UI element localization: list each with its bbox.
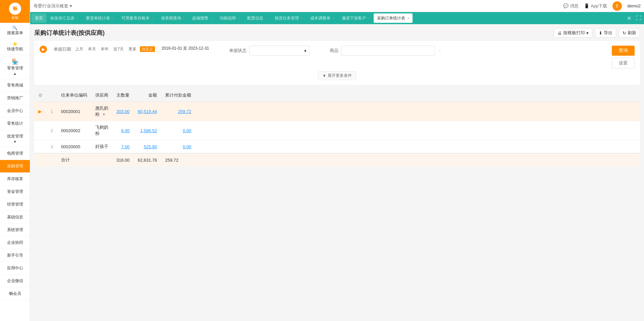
tab-close-icon[interactable]: × (210, 16, 212, 20)
message-button[interactable]: 💬 消息 (563, 3, 579, 9)
column-settings-icon[interactable]: ⚙ (38, 93, 43, 98)
paid-amount-cell[interactable]: 259.72 (161, 102, 195, 121)
query-button[interactable]: 查询 (612, 46, 635, 56)
logo-icon: 畅 (9, 3, 21, 15)
shortcut-last-month[interactable]: 上月 (74, 46, 85, 53)
paid-amount-cell[interactable]: 0.00 (161, 121, 195, 140)
tab-overstock-warning[interactable]: 超储预警 × (189, 13, 216, 23)
tab-cost-adjust[interactable]: 成本调整单 × (307, 13, 338, 23)
sidebar-item-enterprise[interactable]: 企业协同 (0, 236, 30, 249)
refresh-button[interactable]: ↻ 刷新 (619, 28, 640, 38)
main-qty-cell[interactable]: 303.00 (112, 102, 134, 121)
main-area: 母婴行业演示账套 ▾ 💬 消息 📱 App下载 E demo2 首页 收发存汇总… (30, 0, 644, 321)
supplier-expand-icon[interactable]: ▼ (102, 112, 106, 116)
sidebar-item-label: 采购管理 (7, 163, 23, 169)
sidebar-item-basic-info[interactable]: 基础信息 (0, 211, 30, 224)
sidebar-item-retail-stats[interactable]: 零售统计 (0, 117, 30, 130)
page-header: 采购订单统计表(按供应商) 🖨 按模板打印 ▾ ⬇ 导出 ↻ 刷新 (34, 28, 640, 38)
close-window-icon[interactable]: ✕ (626, 14, 633, 22)
more-filter-icon[interactable]: ··· (438, 48, 441, 53)
tab-close-icon[interactable]: × (332, 16, 334, 20)
amount-col-header: 金额 (133, 89, 161, 102)
sidebar-item-member-center[interactable]: 会员中心 (0, 105, 30, 117)
status-select[interactable]: ▾ (249, 46, 310, 56)
app-label: App下载 (591, 3, 607, 9)
sidebar-item-enterprise-wechat[interactable]: 企业微信 (0, 275, 30, 287)
tab-home[interactable]: 首页 (32, 13, 46, 23)
tab-invite-downstream[interactable]: 邀请下游客户 × (338, 13, 373, 23)
sidebar-item-app-center[interactable]: 应用中心 (0, 262, 30, 275)
shortcut-this-year[interactable]: 本年 (99, 46, 110, 53)
tab-label: 功能说明 (220, 15, 236, 21)
main-qty-col-header: 主数量 (112, 89, 134, 102)
user-name[interactable]: demo2 (627, 3, 641, 8)
sidebar-item-quick-nav[interactable]: ⭐ 快捷导航 (0, 39, 30, 55)
sidebar-item-system-mgmt[interactable]: 系统管理 (0, 224, 30, 236)
shortcut-this-month[interactable]: 本月 (87, 46, 97, 53)
tab-receive-summary[interactable]: 收发存汇总表 × (47, 13, 82, 23)
tab-label: 超储预警 (192, 15, 208, 21)
filter-expand-arrow[interactable]: ▶ (40, 46, 47, 53)
tab-close-icon[interactable]: × (183, 16, 185, 20)
tab-close-icon[interactable]: × (76, 16, 78, 20)
tab-close-icon[interactable]: × (112, 16, 114, 20)
sidebar-item-purchase-mgmt[interactable]: 采购管理 (0, 160, 30, 173)
tab-close-icon[interactable]: × (301, 16, 303, 20)
print-button[interactable]: 🖨 按模板打印 ▾ (554, 28, 592, 38)
settings-button[interactable]: 设置 (612, 58, 635, 68)
table-row[interactable]: 2 00020002 飞鹤奶粉 6.00 1,586.52 0.00 (34, 121, 640, 140)
page-actions: 🖨 按模板打印 ▾ ⬇ 导出 ↻ 刷新 (554, 28, 640, 38)
amount-cell[interactable]: 60,519.44 (133, 102, 161, 121)
amount-cell[interactable]: 1,586.52 (133, 121, 161, 140)
export-button[interactable]: ⬇ 导出 (595, 28, 616, 38)
search-icon: 🔍 (2, 25, 28, 30)
table-row[interactable]: ▶ 1 00020001 惠氏奶粉 ▼ 303.00 60,519.4 (34, 102, 640, 121)
sidebar-item-member[interactable]: 畅会员 (0, 287, 30, 300)
tab-close-icon[interactable]: × (407, 16, 409, 20)
main-qty-cell[interactable]: 6.00 (112, 121, 134, 140)
app-icon: 📱 (584, 3, 589, 8)
sidebar-item-retail-mgmt[interactable]: 🏪 零售管理 ▲ (0, 55, 30, 79)
amount-cell[interactable]: 525.80 (133, 140, 161, 154)
maximize-icon[interactable]: ⛶ (635, 14, 643, 22)
tab-label: 配置信息 (247, 15, 263, 21)
expand-more-button[interactable]: ▼ 展开更多条件 (318, 71, 356, 80)
sidebar-item-wholesale-mgmt[interactable]: 批发管理 ▼ (0, 130, 30, 147)
tab-close-icon[interactable]: × (152, 16, 154, 20)
tab-close-icon[interactable]: × (368, 16, 370, 20)
supplier-code-cell: 00020002 (57, 121, 91, 140)
sidebar-item-finance[interactable]: 资金管理 (0, 185, 30, 198)
sidebar-item-ecommerce-mgmt[interactable]: 电商管理 (0, 147, 30, 160)
avatar[interactable]: E (612, 1, 622, 11)
tab-available-stock[interactable]: 可用量库存账本 × (118, 13, 157, 23)
tab-purchase-order-stats[interactable]: 采购订单统计表 × (374, 13, 413, 23)
custom-date-badge[interactable]: 自定义 (140, 46, 155, 52)
tab-close-icon[interactable]: × (238, 16, 240, 20)
sidebar-item-marketing[interactable]: 营销推广 (0, 92, 30, 105)
shortcut-more[interactable]: 更多 (127, 46, 138, 53)
tab-expiry-query[interactable]: 保质期查询 × (158, 13, 189, 23)
date-shortcuts: 上月 本月 本年 近7天 更多 自定义 (74, 46, 155, 53)
sidebar-item-search[interactable]: 🔍 搜索菜单 (0, 23, 30, 39)
row-toggle-icon[interactable]: ▶ (38, 109, 42, 114)
tab-close-icon[interactable]: × (265, 16, 267, 20)
tab-config-info[interactable]: 配置信息 × (244, 13, 271, 23)
sidebar-item-label: 新手引导 (7, 253, 23, 258)
expand-more-icon: ▼ (322, 73, 326, 78)
tab-requisition-stats[interactable]: 要货单统计表 × (83, 13, 117, 23)
workspace-selector[interactable]: 母婴行业演示账套 ▾ (34, 3, 72, 9)
sidebar-item-new-guide[interactable]: 新手引导 (0, 249, 30, 262)
sidebar-item-label: 批发管理 (7, 133, 23, 139)
sidebar-item-operations[interactable]: 经营管理 (0, 198, 30, 211)
main-qty-cell[interactable]: 7.00 (112, 140, 134, 154)
goods-input[interactable] (341, 46, 435, 56)
tab-function-desc[interactable]: 功能说明 × (216, 13, 243, 23)
workspace-name: 母婴行业演示账套 (34, 3, 68, 9)
table-row[interactable]: 3 00020005 好孩子 7.00 525.80 0.00 (34, 140, 640, 154)
app-download-button[interactable]: 📱 App下载 (584, 3, 607, 9)
shortcut-7days[interactable]: 近7天 (112, 46, 125, 53)
sidebar-item-inventory[interactable]: 库存核算 (0, 173, 30, 185)
tab-picking-task[interactable]: 拣货任务管理 × (271, 13, 306, 23)
sidebar-item-retail-mall[interactable]: 零售商城 (0, 79, 30, 92)
paid-amount-cell[interactable]: 0.00 (161, 140, 195, 154)
